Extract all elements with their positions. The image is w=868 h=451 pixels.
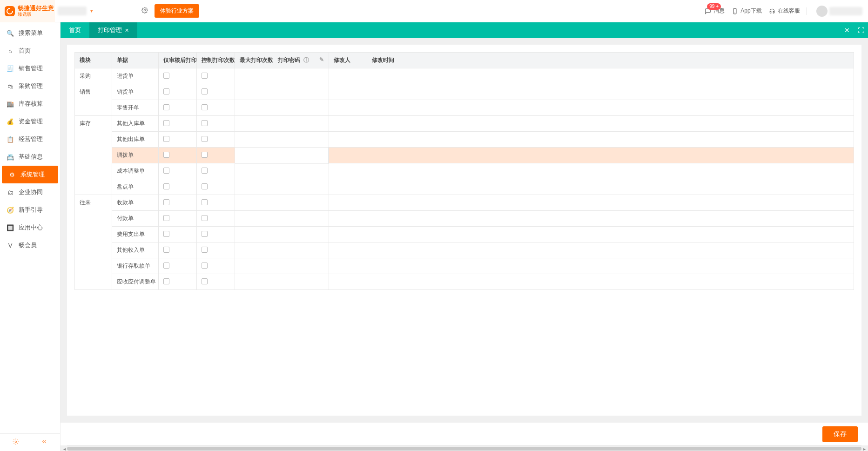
only-after-audit-checkbox[interactable] <box>163 136 169 142</box>
online-support-link[interactable]: 在线客服 <box>768 7 800 15</box>
cell-modifier <box>329 148 367 163</box>
table-row[interactable]: 零售开单 <box>75 100 854 116</box>
table-row[interactable]: 费用支出单 <box>75 227 854 242</box>
only-after-audit-checkbox[interactable] <box>163 104 169 110</box>
table-row[interactable]: 成本调整单 <box>75 163 854 179</box>
table-row[interactable]: 往来收款单 <box>75 195 854 211</box>
close-all-icon[interactable]: ✕ <box>840 22 854 38</box>
tab-print[interactable]: 打印管理✕ <box>89 22 137 38</box>
sidebar-item-label: 库存核算 <box>19 100 43 108</box>
control-count-checkbox[interactable] <box>202 231 208 237</box>
only-after-audit-checkbox[interactable] <box>163 278 169 284</box>
cell-control-count <box>197 100 235 116</box>
cell-max-count[interactable] <box>235 148 273 163</box>
control-count-checkbox[interactable] <box>202 168 208 174</box>
sidebar-item-inventory[interactable]: 🏬库存核算 <box>0 95 60 113</box>
only-after-audit-checkbox[interactable] <box>163 120 169 126</box>
cell-control-count <box>197 195 235 211</box>
sidebar-item-purchase[interactable]: 🛍采购管理 <box>0 77 60 95</box>
sidebar-item-search-menu[interactable]: 🔍搜索菜单 <box>0 24 60 42</box>
only-after-audit-checkbox[interactable] <box>163 247 169 253</box>
cell-password <box>273 227 329 242</box>
sidebar-item-funds[interactable]: 💰资金管理 <box>0 113 60 130</box>
control-count-checkbox[interactable] <box>202 215 208 221</box>
cell-only-after-audit <box>159 195 197 211</box>
cell-document: 应收应付调整单 <box>112 274 159 290</box>
control-count-checkbox[interactable] <box>202 278 208 284</box>
sidebar-item-business[interactable]: 📋经营管理 <box>0 130 60 148</box>
table-row[interactable]: 销售销货单 <box>75 84 854 100</box>
only-after-audit-checkbox[interactable] <box>163 73 169 79</box>
search-menu-icon: 🔍 <box>7 29 14 37</box>
logo-title: 畅捷通好生意 <box>18 5 54 12</box>
control-count-checkbox[interactable] <box>202 88 208 94</box>
control-count-checkbox[interactable] <box>202 136 208 142</box>
table-row[interactable]: 付款单 <box>75 211 854 227</box>
scroll-left-icon[interactable]: ◂ <box>61 446 67 451</box>
sidebar-item-guide[interactable]: 🧭新手引导 <box>0 201 60 219</box>
sidebar-item-basic[interactable]: 📇基础信息 <box>0 148 60 166</box>
try-industry-button[interactable]: 体验行业方案 <box>155 4 199 18</box>
only-after-audit-checkbox[interactable] <box>163 152 169 158</box>
table-row[interactable]: 其他出库单 <box>75 132 854 148</box>
control-count-checkbox[interactable] <box>202 73 208 79</box>
user-menu[interactable]: ······· <box>814 6 862 17</box>
cell-modify-time <box>367 179 854 195</box>
only-after-audit-checkbox[interactable] <box>163 231 169 237</box>
guide-icon: 🧭 <box>7 206 14 214</box>
scroll-right-icon[interactable]: ▸ <box>861 446 867 451</box>
sidebar-item-collab[interactable]: 🗂企业协同 <box>0 183 60 201</box>
fullscreen-icon[interactable]: ⛶ <box>854 22 868 38</box>
cell-password <box>273 84 329 100</box>
cell-modifier <box>329 84 367 100</box>
table-row[interactable]: 其他收入单 <box>75 242 854 258</box>
cell-password <box>273 258 329 274</box>
org-selector[interactable]: ······ ▾ <box>58 7 137 15</box>
collapse-icon[interactable] <box>41 438 47 446</box>
only-after-audit-checkbox[interactable] <box>163 168 169 174</box>
sidebar-item-vip[interactable]: V畅会员 <box>0 236 60 254</box>
settings-icon[interactable] <box>13 438 19 446</box>
table-row[interactable]: 调拨单 <box>75 148 854 163</box>
messages-link[interactable]: 99 + 消息 <box>704 7 725 15</box>
only-after-audit-checkbox[interactable] <box>163 215 169 221</box>
control-count-checkbox[interactable] <box>202 120 208 126</box>
control-count-checkbox[interactable] <box>202 152 208 158</box>
basic-icon: 📇 <box>7 153 14 161</box>
control-count-checkbox[interactable] <box>202 263 208 269</box>
control-count-checkbox[interactable] <box>202 104 208 110</box>
sidebar-item-sales[interactable]: 🧾销售管理 <box>0 60 60 77</box>
edit-icon[interactable]: ✎ <box>319 56 324 63</box>
sidebar-item-system[interactable]: ⚙系统管理 <box>2 166 58 183</box>
cell-control-count <box>197 227 235 242</box>
control-count-checkbox[interactable] <box>202 183 208 189</box>
cell-password[interactable] <box>273 148 329 163</box>
help-icon[interactable]: ⓘ <box>303 57 309 63</box>
only-after-audit-checkbox[interactable] <box>163 183 169 189</box>
app-download-link[interactable]: App下载 <box>731 7 761 15</box>
only-after-audit-checkbox[interactable] <box>163 88 169 94</box>
control-count-checkbox[interactable] <box>202 199 208 205</box>
table-row[interactable]: 应收应付调整单 <box>75 274 854 290</box>
cell-modify-time <box>367 148 854 163</box>
tab-home[interactable]: 首页 <box>61 22 89 38</box>
avatar <box>816 6 828 17</box>
gear-icon[interactable] <box>141 7 148 15</box>
horizontal-scrollbar[interactable]: ◂ ▸ <box>67 445 861 451</box>
table-row[interactable]: 盘点单 <box>75 179 854 195</box>
save-button[interactable]: 保存 <box>822 426 858 442</box>
table-row[interactable]: 库存其他入库单 <box>75 116 854 132</box>
close-icon[interactable]: ✕ <box>125 27 129 34</box>
scroll-thumb[interactable] <box>67 447 861 451</box>
cell-password <box>273 195 329 211</box>
cell-module: 采购 <box>75 68 112 84</box>
table-row[interactable]: 银行存取款单 <box>75 258 854 274</box>
sidebar-item-home[interactable]: ⌂首页 <box>0 42 60 60</box>
sidebar-item-label: 基础信息 <box>19 153 43 161</box>
only-after-audit-checkbox[interactable] <box>163 199 169 205</box>
table-row[interactable]: 采购进货单 <box>75 68 854 84</box>
control-count-checkbox[interactable] <box>202 247 208 253</box>
sidebar-item-apps[interactable]: 🔲应用中心 <box>0 219 60 236</box>
only-after-audit-checkbox[interactable] <box>163 263 169 269</box>
cell-modifier <box>329 258 367 274</box>
